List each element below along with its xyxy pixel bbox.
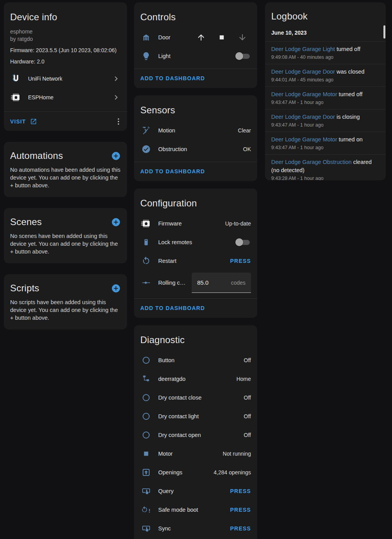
visit-button[interactable]: VISIT [10,118,37,125]
integration-row-unifi-network[interactable]: UniFi Network [10,69,121,88]
entity-row-motor: MotorNot running [140,444,251,463]
check-circle-icon [140,144,152,154]
restart-press-button[interactable]: PRESS [230,258,251,264]
logbook-entity-link[interactable]: Deer Lodge Garage Light [271,46,335,52]
open-in-new-icon [30,118,37,125]
entity-row-dry-contact-open: Dry contact openOff [140,426,251,444]
logbook-timestamp: 9:43:47 AM - 1 hour ago [271,100,380,105]
entity-row-dry-contact-light: Dry contact lightOff [140,407,251,426]
entity-name: Firmware [158,220,221,227]
state-value: Off [244,432,251,438]
logbook-timestamp: 9:43:47 AM - 1 hour ago [271,145,380,150]
arrow-up-icon [195,33,207,42]
entity-name: Rolling code counter [158,280,187,286]
logbook-message: Deer Lodge Garage Motor turned on [271,136,380,144]
overflow-menu-button[interactable] [114,117,123,126]
logbook-event: is closing [337,114,360,120]
automations-card: AutomationsNo automations have been adde… [4,142,127,197]
esphome-chip-icon [140,218,152,229]
card-title: Diagnostic [134,325,257,351]
entity-name: Dry contact close [158,395,239,401]
column-middle: ControlsDoorLightADD TO DASHBOARDSensors… [134,2,257,539]
logbook-scrollbar[interactable] [383,25,385,39]
entity-name: deerratgdo [158,376,232,382]
entity-name: Motion [158,127,233,134]
add-to-dashboard-button[interactable]: ADD TO DASHBOARD [140,168,205,174]
device-page: Device info esphome by ratgdo Firmware: … [0,0,392,539]
lock-remotes-toggle[interactable] [235,238,250,246]
stop-icon [216,33,228,42]
cover-stop-button[interactable] [220,33,230,42]
arrow-down-icon [237,33,248,42]
logbook-entity-link[interactable]: Deer Lodge Garage Door [271,114,335,120]
card-title: Controls [134,2,257,28]
entity-row-light: Light [140,47,251,65]
logbook-message: Deer Lodge Garage Light turned off [271,45,380,53]
logbook-event: turned off [339,91,362,97]
state-value: Off [244,413,251,419]
logbook-message: Deer Lodge Garage Door is closing [271,113,380,121]
logbook-entity-link[interactable]: Deer Lodge Garage Motor [271,136,337,143]
card-title: Automations [10,150,63,161]
cover-close-button[interactable] [241,33,250,42]
entity-row-obstruction: ObstructionOK [140,140,251,159]
square-icon [140,449,152,458]
entity-row-dry-contact-close: Dry contact closeOff [140,388,251,407]
state-value: Up-to-date [225,220,251,227]
device-firmware-version: Firmware: 2023.5.5 (Jun 10 2023, 08:02:0… [10,47,121,54]
scenes-card: ScenesNo scenes have been added using th… [4,208,127,263]
logbook-entity-link[interactable]: Deer Lodge Garage Obstruction [271,159,351,165]
lightbulb-icon [140,51,152,61]
entity-rows: DoorLight [134,28,257,69]
add-scripts-button[interactable] [111,284,121,293]
tap-button-icon [140,486,152,496]
logbook-entry: Deer Lodge Garage Door is closing9:43:47… [265,109,386,132]
query-press-button[interactable]: PRESS [230,488,251,494]
scripts-card: ScriptsNo scripts have been added using … [4,274,127,329]
add-to-dashboard-button[interactable]: ADD TO DASHBOARD [140,305,205,311]
add-to-dashboard-button[interactable]: ADD TO DASHBOARD [140,75,205,81]
entity-row-openings: Openings4,284 openings [140,463,251,482]
state-value: OK [243,146,251,152]
logbook-entity-link[interactable]: Deer Lodge Garage Door [271,69,335,75]
logbook-entry-list: Deer Lodge Garage Light turned off9:49:0… [265,41,386,180]
logbook-event: turned on [339,136,362,143]
safe-mode-boot-press-button[interactable]: PRESS [230,507,251,513]
card-footer: ADD TO DASHBOARD [134,69,257,88]
openings-icon [140,468,152,477]
logbook-timestamp: 9:44:01 AM - 45 minutes ago [271,77,380,83]
integration-row-esphome[interactable]: ESPHome [10,88,121,107]
sync-press-button[interactable]: PRESS [230,525,251,532]
logbook-date-header: June 10, 2023 [265,27,386,41]
device-info-title: Device info [4,2,127,28]
entity-rows: FirmwareUp-to-dateLock remotesRestartPRE… [134,214,257,298]
esphome-chip-icon [10,92,22,103]
card-header: Scenes [4,208,127,232]
logbook-entity-link[interactable]: Deer Lodge Garage Motor [271,91,337,97]
state-value: Off [244,395,251,401]
counter-icon [140,278,152,287]
configuration-card: ConfigurationFirmwareUp-to-dateLock remo… [134,188,257,318]
device-manufacturer: esphome [10,28,121,35]
rolling-code-counter-input[interactable]: 85.0codes [192,273,251,293]
add-automations-button[interactable] [111,151,121,161]
chevron-right-icon [111,93,121,102]
diagnostic-card: DiagnosticButtonOffdeerratgdoHomeDry con… [134,325,257,539]
card-footer: ADD TO DASHBOARD [134,162,257,181]
integration-label: UniFi Network [28,76,111,82]
number-value: 85.0 [197,279,208,286]
cover-open-button[interactable] [200,33,209,42]
restart-icon [140,256,152,266]
logbook-message: Deer Lodge Garage Motor turned off [271,90,380,99]
logbook-event: was closed [337,69,365,75]
integration-label: ESPHome [28,94,111,100]
logbook-timestamp: 9:43:47 AM - 1 hour ago [271,122,380,128]
entity-row-door: Door [140,28,251,47]
add-scenes-button[interactable] [111,217,121,227]
circle-outline-icon [140,430,152,440]
entity-row-firmware: FirmwareUp-to-date [140,214,251,233]
light-toggle[interactable] [235,52,250,60]
cover-buttons [200,33,250,42]
logbook-entry: Deer Lodge Garage Motor turned on9:43:47… [265,132,386,154]
state-value: 4,284 openings [214,469,251,476]
